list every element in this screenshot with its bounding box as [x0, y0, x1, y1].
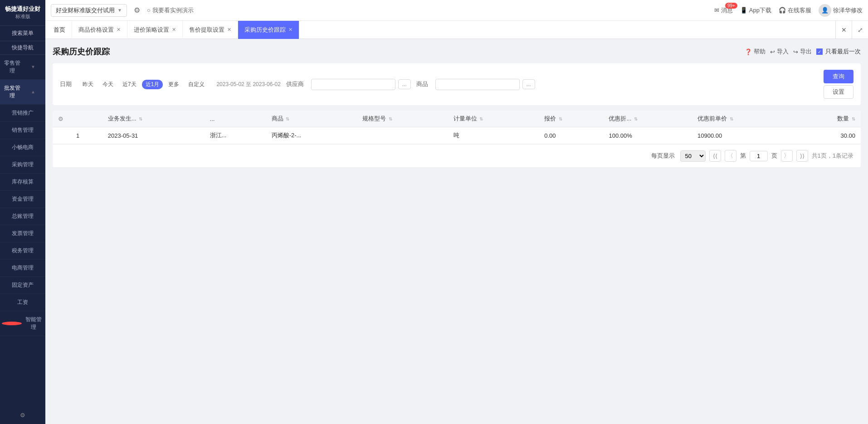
demo-icon: ○ — [147, 7, 151, 14]
message-icon: ✉ — [714, 7, 719, 14]
col-unit[interactable]: 计量单位 ⇅ — [448, 111, 539, 127]
product-more-button[interactable]: ... — [522, 79, 535, 89]
col-product[interactable]: 商品 ⇅ — [266, 111, 357, 127]
close-tab-button[interactable]: ✕ — [835, 21, 852, 39]
page-size-select[interactable]: 50 10 20 100 — [680, 150, 706, 162]
app-download-button[interactable]: 📱 App下载 — [740, 6, 771, 14]
close-icon[interactable]: ✕ — [172, 27, 176, 33]
sidebar-item-smart[interactable]: 智能管理 — [0, 311, 45, 336]
help-button[interactable]: ❓ 帮助 — [745, 48, 766, 56]
col-discount[interactable]: 优惠折... ⇅ — [603, 111, 692, 127]
sidebar-item-wholesale[interactable]: 批发管理 ▲ — [0, 80, 45, 105]
supplier-input[interactable] — [311, 79, 395, 90]
gear-icon[interactable]: ⚙ — [58, 116, 63, 122]
close-icon[interactable]: ✕ — [288, 27, 293, 33]
sort-icon: ⇅ — [559, 116, 562, 121]
date-option-today[interactable]: 今天 — [99, 80, 117, 89]
last-page-button[interactable]: ⟩⟩ — [796, 150, 808, 162]
row-settings-cell — [53, 127, 71, 144]
product-input-group: ... — [435, 79, 535, 90]
close-icon[interactable]: ✕ — [227, 27, 231, 33]
sort-icon: ⇅ — [852, 116, 855, 121]
sidebar-item-ecommerce[interactable]: 电商管理 — [0, 260, 45, 277]
dot-icon — [2, 322, 22, 325]
next-page-button[interactable]: 〉 — [781, 150, 793, 162]
row-discount-cell: 100.00% — [603, 127, 692, 144]
sort-icon: ⇅ — [730, 116, 733, 121]
maximize-tab-button[interactable]: ⤢ — [852, 21, 868, 39]
main-content: 好业财标准版交付试用 ▼ ⚙ ○ 我要看实例演示 ✉ 消息 99+ 📱 App下… — [45, 0, 868, 424]
page-title: 采购历史价跟踪 — [53, 46, 110, 57]
demo-button[interactable]: ○ 我要看实例演示 — [147, 6, 194, 14]
table-header-row: ⚙ 业务发生... ⇅ ... 商品 ⇅ — [53, 111, 861, 127]
sidebar-item-quicknav[interactable]: 快捷导航 — [0, 41, 45, 55]
col-quantity[interactable]: 数量 ⇅ — [796, 111, 861, 127]
col-pre-discount-price[interactable]: 优惠前单价 ⇅ — [692, 111, 796, 127]
chevron-down-icon: ▼ — [117, 8, 122, 13]
sidebar-logo-title: 畅捷通好业财 — [4, 5, 42, 13]
sort-icon: ⇅ — [139, 116, 142, 121]
tab-price-settings[interactable]: 商品价格设置 ✕ — [72, 21, 127, 39]
sidebar-item-marketing[interactable]: 营销推广 — [0, 105, 45, 122]
tab-purchase-history[interactable]: 采购历史价跟踪 ✕ — [238, 21, 299, 39]
query-button[interactable]: 查询 — [824, 70, 853, 83]
topbar-settings-button[interactable]: ⚙ — [131, 4, 143, 17]
prev-page-button[interactable]: 〈 — [725, 150, 736, 162]
date-option-yesterday[interactable]: 昨天 — [79, 80, 97, 89]
sidebar-item-invoice[interactable]: 发票管理 — [0, 225, 45, 242]
sort-icon: ⇅ — [479, 116, 483, 121]
user-profile-button[interactable]: 👤 徐泽华修改 — [819, 4, 863, 17]
sidebar-item-ledger[interactable]: 总账管理 — [0, 208, 45, 225]
page-size-label: 每页显示 — [651, 152, 675, 160]
export-button[interactable]: ↪ 导出 — [793, 48, 812, 56]
pagination: 每页显示 50 10 20 100 ⟨⟨ 〈 第 页 〉 ⟩⟩ 共1页，1条记录 — [53, 144, 861, 167]
headset-icon: 🎧 — [779, 7, 786, 14]
supplier-input-group: ... — [311, 79, 411, 90]
chevron-up-icon: ▲ — [23, 89, 44, 94]
import-button[interactable]: ↩ 导入 — [770, 48, 789, 56]
sidebar-item-ecommerce-small[interactable]: 小畅电商 — [0, 139, 45, 156]
date-option-1month[interactable]: 近1月 — [142, 80, 163, 89]
sidebar-item-tax[interactable]: 税务管理 — [0, 242, 45, 260]
col-more[interactable]: ... — [205, 111, 266, 127]
version-select[interactable]: 好业财标准版交付试用 ▼ — [51, 4, 127, 17]
supplier-filter-label: 供应商 — [286, 80, 304, 88]
sidebar-item-finance[interactable]: 资金管理 — [0, 191, 45, 208]
sort-icon: ⇅ — [634, 116, 638, 121]
tab-home[interactable]: 首页 — [47, 21, 72, 39]
date-option-more[interactable]: 更多 — [165, 80, 183, 89]
phone-icon: 📱 — [740, 7, 747, 14]
product-input[interactable] — [435, 79, 520, 90]
online-service-button[interactable]: 🎧 在线客服 — [779, 6, 811, 14]
date-option-7days[interactable]: 近7天 — [119, 80, 140, 89]
sidebar-item-inventory[interactable]: 库存核算 — [0, 173, 45, 191]
sidebar-settings-icon[interactable]: ⚙ — [0, 406, 45, 424]
tab-sale-extract[interactable]: 售价提取设置 ✕ — [183, 21, 238, 39]
messages-button[interactable]: ✉ 消息 99+ — [714, 6, 733, 14]
sidebar-item-payroll[interactable]: 工资 — [0, 294, 45, 311]
row-supplier-cell: 浙江... — [205, 127, 266, 144]
sidebar-item-sales[interactable]: 销售管理 — [0, 122, 45, 139]
col-spec[interactable]: 规格型号 ⇅ — [357, 111, 448, 127]
page-number-input[interactable] — [750, 151, 768, 161]
sidebar-item-assets[interactable]: 固定资产 — [0, 277, 45, 294]
row-spec-cell — [357, 127, 448, 144]
sidebar-logo[interactable]: 畅捷通好业财 标准版 — [0, 0, 45, 26]
sidebar-item-purchase[interactable]: 采购管理 — [0, 156, 45, 173]
page-text: 第 — [740, 152, 746, 160]
supplier-more-button[interactable]: ... — [398, 79, 411, 89]
tab-purchase-strategy[interactable]: 进价策略设置 ✕ — [127, 21, 183, 39]
only-last-toggle[interactable]: ✓ 只看最后一次 — [816, 48, 861, 56]
date-option-custom[interactable]: 自定义 — [185, 80, 208, 89]
sort-icon: ⇅ — [389, 116, 392, 121]
col-quoted-price[interactable]: 报价 ⇅ — [539, 111, 603, 127]
sidebar-item-search[interactable]: 搜索菜单 — [0, 26, 45, 41]
col-business-date[interactable]: 业务发生... ⇅ — [102, 111, 205, 127]
first-page-button[interactable]: ⟨⟨ — [709, 150, 721, 162]
page-total: 共1页，1条记录 — [812, 152, 853, 160]
close-icon[interactable]: ✕ — [117, 27, 121, 33]
sidebar-item-retail[interactable]: 零售管理 ▼ — [0, 55, 45, 80]
tabs-actions: ✕ ⤢ — [835, 21, 868, 39]
settings-button[interactable]: 设置 — [824, 85, 853, 99]
col-settings[interactable]: ⚙ — [53, 111, 71, 127]
